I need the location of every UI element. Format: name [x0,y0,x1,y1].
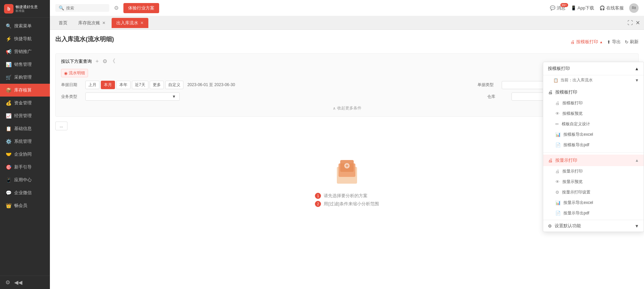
search-input[interactable] [66,6,100,10]
print-settings-display-item[interactable]: ⚙ 按显示打印设置 [543,187,644,198]
finance-icon: 💰 [5,100,11,106]
display-section-arrow: ▲ [635,158,639,163]
sidebar-item-app-center[interactable]: 📱 应用中心 [0,174,50,186]
sidebar-item-marketing[interactable]: 📢 营销推广 [0,45,50,58]
sidebar-item-label: 基础信息 [14,126,32,132]
sidebar-item-label: 企业微信 [14,190,32,196]
set-default-function-item[interactable]: ⚙ 设置默认功能 ▼ [543,220,644,232]
settings-bottom-icon[interactable]: ⚙ [5,279,10,286]
preview-by-display-label: 按显示预览 [562,179,583,185]
current-chevron-icon: ▼ [635,78,639,83]
print-section-template-header[interactable]: 🖨 按模板打印 [543,86,644,98]
settings-gear-icon[interactable]: ⚙ [113,3,120,12]
print-dropdown: 按模板打印 ▲ 📋 当前：出入库流水 ▼ 🖨 按模板打印 🖨 按模板打印 [543,62,644,232]
sidebar-item-wechat[interactable]: 💬 企业微信 [0,186,50,199]
tab-close-inout[interactable]: ✕ [140,21,144,25]
add-filter-btn[interactable]: ＋ [94,58,100,65]
sidebar-item-quick-nav[interactable]: ⚡ 快捷导航 [0,32,50,45]
sidebar-item-label: 经营管理 [14,113,32,119]
refresh-btn[interactable]: ↻ 刷新 [625,39,639,45]
filter-type-tag[interactable]: ◉ 流水明细 [61,69,88,77]
system-icon: ⚙️ [5,139,11,144]
message-badge: 99+ [560,3,568,7]
export-excel-display-item[interactable]: 📊 按显示导出excel [543,198,644,208]
sidebar-item-purchase[interactable]: 🛒 采购管理 [0,71,50,84]
page-title: 出入库流水(流水明细) [55,35,114,43]
date-btn-last-month[interactable]: 上月 [85,81,99,89]
date-btn-more[interactable]: 更多 [150,81,164,89]
excel-icon-1: 📊 [555,132,561,137]
tab-bar: 首页 库存批次账 ✕ 出入库流水 ✕ ⛶ ✕ [50,16,644,30]
avatar[interactable]: Rit [629,3,639,13]
export-btn[interactable]: ⬆ 导出 [607,39,621,45]
sidebar-item-basic[interactable]: 📋 基础信息 [0,122,50,135]
export-pdf-display-item[interactable]: 📄 按显示导出pdf [543,208,644,218]
tab-close-batch[interactable]: ✕ [102,21,106,25]
logo-icon: b [4,4,13,14]
sidebar-item-operation[interactable]: 📈 经营管理 [0,109,50,122]
date-btn-7days[interactable]: 近7天 [132,81,148,89]
sidebar-item-finance[interactable]: 💰 资金管理 [0,97,50,109]
message-item[interactable]: 💬 消息 99+ [550,5,565,11]
app-download-item[interactable]: 📱 App下载 [571,5,594,11]
sidebar-item-label: 企业协同 [14,151,32,157]
date-btn-custom[interactable]: 自定义 [165,81,183,89]
tab-home[interactable]: 首页 [54,18,72,28]
preview-by-template-item[interactable]: 👁 按模板预览 [543,108,644,119]
print-section-display-header[interactable]: 🖨 按显示打印 ▲ [543,155,644,166]
sidebar-item-member[interactable]: 👑 畅会员 [0,199,50,212]
search-icon: 🔍 [5,23,11,29]
default-function-label: 设置默认功能 [555,223,581,229]
pdf-icon-2: 📄 [555,211,561,216]
print-template-btn[interactable]: 🖨 按模板打印 ▲ [570,39,603,45]
preview-icon-2: 👁 [555,179,560,184]
default-function-icon: ⚙ [548,224,552,229]
print-by-template-item[interactable]: 🖨 按模板打印 [543,98,644,108]
date-range-text: 2023-06-01 至 2023-06-30 [187,82,235,88]
business-type-select[interactable]: ▼ [85,93,180,101]
collapse-sidebar-icon[interactable]: ◀◀ [14,279,22,286]
filter-tag-icon: ◉ [64,71,67,76]
more-actions-btn[interactable]: ... [55,122,67,130]
search-icon: 🔍 [59,5,64,10]
print-by-display-item[interactable]: 🖨 按显示打印 [543,166,644,177]
export-pdf-template-item[interactable]: 📄 按模板导出pdf [543,140,644,150]
business-type-label: 业务类型 [61,94,81,100]
design-icon: ✏ [555,122,559,127]
pdf-icon-1: 📄 [555,142,561,148]
date-btn-this-year[interactable]: 本年 [116,81,130,89]
tab-inout-flow-label: 出入库流水 [116,20,138,26]
sidebar-item-label: 新手引导 [14,164,32,170]
sidebar-item-corp[interactable]: 🤝 企业协同 [0,148,50,161]
print-section-display: 🖨 按显示打印 ▲ 🖨 按显示打印 👁 按显示预览 ⚙ 按显示打印设置 [543,153,644,220]
trial-btn[interactable]: 体验行业方案 [123,3,159,13]
filter-collapse-btn[interactable]: 《 [110,58,115,65]
print-dropdown-header[interactable]: 按模板打印 ▲ [543,62,644,75]
sidebar-item-search[interactable]: 🔍 搜索菜单 [0,20,50,32]
export-excel-template-item[interactable]: 📊 按模板导出excel [543,129,644,140]
export-pdf-template-label: 按模板导出pdf [563,142,589,148]
sidebar-item-inventory[interactable]: 📦 库存核算 [0,84,50,97]
close-dropdown-icon[interactable]: ▲ [635,66,639,71]
tab-inout-flow[interactable]: 出入库流水 ✕ [112,18,148,28]
sidebar-item-guide[interactable]: 🎯 新手引导 [0,161,50,174]
preview-by-display-item[interactable]: 👁 按显示预览 [543,177,644,187]
filter-settings-btn[interactable]: ⚙ [103,58,107,64]
tab-batch-account[interactable]: 库存批次账 ✕ [74,18,110,28]
app-download-icon: 📱 [571,5,576,10]
tab-close-btn[interactable]: ✕ [636,20,640,26]
template-section-label: 按模板打印 [555,89,639,95]
tab-maximize-btn[interactable]: ⛶ [627,20,633,26]
export-label: 导出 [612,39,621,45]
inventory-icon: 📦 [5,87,11,93]
avatar-text: Rit [632,6,636,10]
date-btn-this-month[interactable]: 本月 [101,81,115,89]
template-design-item[interactable]: ✏ 模板自定义设计 [543,119,644,129]
sidebar-item-sales[interactable]: 📊 销售管理 [0,58,50,71]
topbar-search[interactable]: 🔍 [55,4,109,12]
sidebar-item-label: 搜索菜单 [14,23,32,29]
customer-service-item[interactable]: 🎧 在线客服 [599,5,624,11]
sidebar-item-system[interactable]: ⚙️ 系统管理 [0,135,50,148]
customer-service-label: 在线客服 [606,5,624,11]
template-section-icon: 🖨 [548,89,553,95]
